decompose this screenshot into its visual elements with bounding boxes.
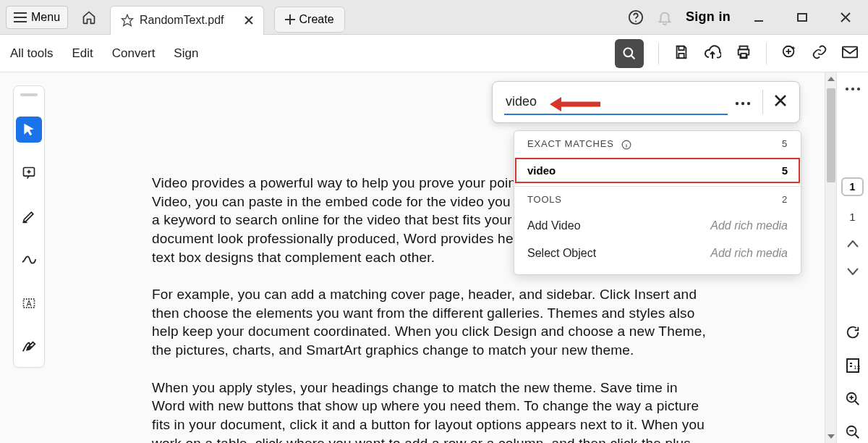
draw-tool[interactable]	[16, 247, 42, 273]
bell-icon[interactable]	[657, 9, 673, 25]
page-up-button[interactable]	[847, 237, 859, 250]
hamburger-icon	[14, 12, 27, 22]
toolbar-grip[interactable]	[20, 93, 38, 96]
paragraph: When you apply styles, your headings cha…	[152, 379, 709, 443]
tool-name: Add Video	[527, 219, 581, 232]
svg-point-14	[857, 88, 860, 90]
find-button[interactable]	[615, 39, 644, 68]
rotate-icon[interactable]	[845, 324, 861, 343]
tool-result-row[interactable]: Add Video Add rich media	[514, 212, 801, 240]
signin-button[interactable]: Sign in	[686, 9, 731, 25]
svg-point-12	[846, 88, 848, 90]
create-button[interactable]: Create	[274, 7, 345, 33]
tool-hint: Add rich media	[710, 247, 788, 260]
exact-matches-header: EXACT MATCHES 5	[514, 131, 801, 157]
plus-icon	[285, 14, 295, 25]
svg-rect-6	[741, 53, 746, 57]
titlebar: Menu RandomText.pdf Create Sign i	[0, 0, 868, 35]
menu-button[interactable]: Menu	[6, 6, 68, 29]
menu-label: Menu	[31, 11, 60, 24]
match-term: video	[527, 164, 556, 177]
match-result-row[interactable]: video 5	[514, 157, 801, 184]
svg-marker-0	[122, 15, 133, 26]
svg-text:1:1: 1:1	[854, 364, 860, 371]
tab-close-button[interactable]	[244, 16, 253, 25]
tools-header: TOOLS 2	[514, 186, 801, 212]
svg-point-4	[624, 48, 633, 56]
svg-text:A: A	[27, 300, 32, 308]
find-close-button[interactable]	[767, 95, 793, 109]
svg-point-20	[741, 102, 744, 105]
find-bar	[492, 81, 800, 123]
vertical-scrollbar[interactable]	[825, 72, 836, 443]
info-icon[interactable]	[621, 140, 631, 150]
sign-tool[interactable]	[16, 334, 42, 360]
menu-alltools[interactable]: All tools	[10, 46, 54, 61]
window-maximize[interactable]	[787, 3, 817, 32]
tool-hint: Add rich media	[710, 219, 788, 232]
tools-count: 2	[782, 194, 788, 205]
comment-tool[interactable]	[16, 160, 42, 186]
find-input[interactable]	[504, 90, 728, 115]
window-close[interactable]	[830, 3, 861, 32]
right-panel: 1 1 1:1	[836, 72, 868, 443]
link-icon[interactable]	[812, 44, 827, 63]
find-options-button[interactable]	[728, 96, 758, 109]
menu-convert[interactable]: Convert	[112, 46, 156, 61]
window-minimize[interactable]	[744, 3, 774, 32]
left-toolbar: A	[13, 85, 45, 368]
scroll-down-button[interactable]	[825, 430, 837, 443]
document-tab[interactable]: RandomText.pdf	[110, 6, 264, 35]
tools-label: TOOLS	[527, 194, 562, 205]
fit-page-icon[interactable]: 1:1	[846, 358, 860, 376]
paragraph: For example, you can add a matching cove…	[152, 285, 709, 360]
print-icon[interactable]	[736, 44, 752, 63]
page-total: 1	[849, 211, 855, 223]
scroll-thumb[interactable]	[827, 88, 835, 182]
tab-title: RandomText.pdf	[140, 14, 224, 27]
svg-rect-8	[843, 46, 857, 57]
svg-point-2	[635, 20, 637, 22]
tool-name: Select Object	[527, 247, 596, 260]
help-icon[interactable]	[628, 9, 644, 25]
textbox-tool[interactable]: A	[16, 290, 42, 316]
svg-point-21	[747, 102, 750, 105]
scroll-up-button[interactable]	[825, 72, 837, 85]
menu-sign[interactable]: Sign	[174, 46, 198, 61]
star-icon	[121, 14, 134, 27]
page-number-input[interactable]: 1	[841, 177, 864, 196]
exact-matches-label: EXACT MATCHES	[527, 138, 614, 149]
tool-result-row[interactable]: Select Object Add rich media	[514, 240, 801, 267]
svg-rect-3	[798, 14, 807, 21]
home-button[interactable]	[74, 3, 104, 32]
match-count: 5	[782, 164, 788, 177]
zoom-in-icon[interactable]	[845, 391, 861, 410]
ai-assist-icon[interactable]	[781, 44, 797, 63]
exact-matches-count: 5	[782, 138, 788, 149]
find-results-dropdown: EXACT MATCHES 5 video 5 TOOLS 2 Add Vide…	[514, 130, 801, 275]
highlight-tool[interactable]	[16, 203, 42, 229]
save-icon[interactable]	[673, 44, 689, 63]
menu-edit[interactable]: Edit	[72, 46, 93, 61]
svg-point-19	[736, 102, 739, 105]
select-tool[interactable]	[16, 117, 42, 143]
page-down-button[interactable]	[847, 265, 859, 278]
zoom-out-icon[interactable]	[845, 424, 861, 443]
toolbar: All tools Edit Convert Sign	[0, 35, 868, 72]
mail-icon[interactable]	[842, 46, 858, 62]
svg-point-13	[851, 88, 854, 90]
more-icon[interactable]	[845, 87, 861, 91]
cloud-upload-icon[interactable]	[704, 44, 721, 63]
create-label: Create	[299, 13, 334, 26]
